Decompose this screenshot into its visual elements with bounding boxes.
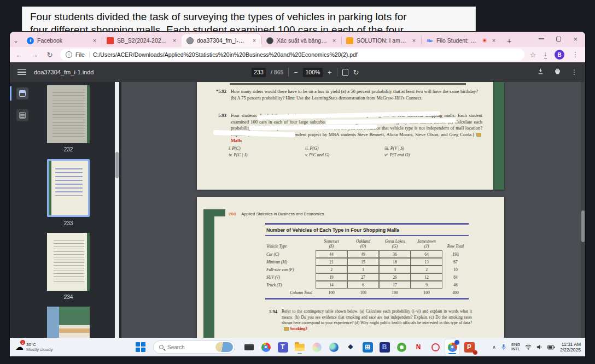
table-cell: 15 bbox=[347, 258, 379, 266]
tab-xac-suat[interactable]: Xác suất và bảng tần số × bbox=[261, 34, 341, 47]
file-scheme-chip[interactable]: File bbox=[75, 51, 90, 58]
close-icon[interactable]: × bbox=[330, 37, 338, 44]
reload-button[interactable]: ↻ bbox=[45, 50, 55, 60]
file-explorer-icon[interactable] bbox=[293, 339, 307, 355]
dataset-cd-icon bbox=[284, 327, 289, 331]
microsoft-store-icon[interactable]: ⊞ bbox=[360, 339, 375, 355]
thumbnail-label: 234 bbox=[64, 294, 73, 300]
row-total: 84 bbox=[442, 273, 469, 281]
search-highlight-image[interactable] bbox=[215, 342, 233, 352]
zoom-out-button[interactable]: − bbox=[294, 68, 298, 77]
table-cell: 12 bbox=[411, 273, 442, 281]
tab-sb-document[interactable]: SB_S2(2024-2025)DH50IS × bbox=[102, 34, 182, 47]
search-icon bbox=[159, 345, 164, 349]
close-icon[interactable]: × bbox=[410, 37, 418, 44]
rotate-icon[interactable]: ↻ bbox=[353, 68, 359, 77]
weather-condition: Mostly cloudy bbox=[26, 347, 52, 352]
close-icon[interactable]: × bbox=[171, 37, 178, 44]
pdf-print-icon[interactable] bbox=[554, 67, 561, 77]
pdf-scrollbar-thumb[interactable] bbox=[581, 210, 585, 242]
tab-solution[interactable]: SOLUTION: I am very lost × bbox=[341, 34, 421, 47]
pdf-download-icon[interactable] bbox=[537, 67, 544, 77]
weather-widget[interactable]: ☁2 30°C Mostly cloudy bbox=[15, 342, 52, 352]
pdf-more-icon[interactable]: ⋮ bbox=[571, 68, 578, 76]
windows-logo-icon bbox=[136, 342, 140, 347]
opera-icon[interactable] bbox=[428, 339, 442, 355]
zoom-level-input[interactable]: 100% bbox=[303, 68, 323, 77]
new-tab-button[interactable]: + bbox=[503, 35, 515, 47]
running-header: 208 Applied Statistics in Business and E… bbox=[229, 212, 324, 216]
thumbnail-page-234[interactable] bbox=[47, 233, 90, 291]
fit-page-icon[interactable] bbox=[342, 69, 348, 76]
powerpoint-icon[interactable]: P bbox=[462, 339, 476, 355]
language-indicator[interactable]: ENG INTL bbox=[511, 343, 520, 352]
pdf-menu-icon[interactable] bbox=[18, 69, 26, 75]
sidebar-scrollbar-thumb[interactable] bbox=[115, 152, 119, 178]
book-title: Applied Statistics in Business and Econo… bbox=[241, 212, 324, 216]
profile-avatar[interactable]: B bbox=[555, 50, 564, 60]
browser-menu-icon[interactable]: ⋮ bbox=[572, 51, 579, 58]
close-window-button[interactable]: × bbox=[573, 36, 578, 43]
minimize-button[interactable] bbox=[539, 38, 544, 39]
tab-facebook[interactable]: f Facebook × bbox=[22, 34, 102, 47]
close-icon[interactable]: × bbox=[91, 37, 98, 44]
wifi-icon[interactable] bbox=[525, 344, 532, 350]
table-cell: 3 bbox=[347, 266, 379, 273]
bluebook-app-icon[interactable]: B bbox=[377, 339, 392, 355]
thumbnail-green-bar bbox=[49, 161, 51, 215]
tray-chevron-up-icon[interactable]: ∧ bbox=[492, 344, 496, 350]
battery-icon[interactable] bbox=[547, 345, 555, 350]
facebook-favicon: f bbox=[27, 37, 34, 44]
thumbnail-page-233-selected[interactable] bbox=[47, 159, 90, 217]
start-button[interactable] bbox=[136, 342, 145, 352]
laptop-app-icon[interactable] bbox=[242, 339, 256, 355]
close-icon[interactable]: × bbox=[250, 37, 258, 44]
sidebar-scrollbar[interactable] bbox=[115, 82, 119, 338]
teams-icon[interactable]: T bbox=[276, 339, 290, 355]
taskbar-clock[interactable]: 11:31 AM 2/22/2025 bbox=[560, 342, 581, 353]
search-input[interactable] bbox=[167, 344, 211, 350]
thumbnail-page-chapter-cover[interactable] bbox=[47, 307, 90, 338]
screenshot-stage: Four students divided the task of survey… bbox=[0, 0, 595, 364]
tab-label: Filo Student: World's O bbox=[436, 37, 479, 44]
table-cell: 26 bbox=[379, 273, 411, 281]
back-button[interactable]: ← bbox=[14, 50, 24, 60]
taskbar-search[interactable] bbox=[153, 340, 235, 354]
url-omnibox[interactable]: i File C:/Users/ACER/Downloads/Applied%2… bbox=[60, 49, 524, 61]
dropbox-icon[interactable]: ❖ bbox=[343, 339, 358, 355]
toolbar-divider bbox=[288, 68, 289, 77]
book-page-number: 208 bbox=[229, 212, 236, 216]
problem-number: *5.92 bbox=[210, 89, 226, 101]
tab-pdf-active[interactable]: doa37304_fm_i-1.indd × bbox=[182, 34, 261, 47]
row-label: SUV (V) bbox=[265, 273, 316, 281]
thumbnails-view-button[interactable] bbox=[16, 87, 28, 99]
pdf-toolbar-actions: ⋮ bbox=[537, 67, 578, 77]
notification-badge: 2 bbox=[20, 340, 25, 345]
maximize-button[interactable] bbox=[556, 37, 561, 42]
downloads-icon[interactable]: ↓ bbox=[544, 51, 547, 58]
chrome-icon[interactable] bbox=[259, 339, 273, 355]
pdf-main-view[interactable]: *5.92 How many riders would there have t… bbox=[121, 82, 585, 338]
close-icon[interactable]: × bbox=[490, 37, 498, 44]
chrome-active-icon[interactable] bbox=[445, 339, 459, 355]
tab-search-button[interactable]: ⌄ bbox=[10, 34, 22, 47]
pdf-scrollbar[interactable] bbox=[581, 82, 585, 338]
outline-view-button[interactable] bbox=[16, 109, 28, 121]
tab-label: Xác suất và bảng tần số bbox=[277, 37, 327, 44]
thumbnail-label: 233 bbox=[64, 220, 73, 226]
copilot-icon[interactable] bbox=[310, 339, 324, 355]
tab-filo[interactable]: filo Filo Student: World's O × bbox=[421, 34, 501, 47]
edge-icon[interactable] bbox=[326, 339, 341, 355]
speaker-icon[interactable] bbox=[536, 344, 542, 350]
thumbnail-page-232[interactable] bbox=[47, 85, 90, 143]
weather-temp: 30°C bbox=[26, 342, 52, 347]
microphone-icon[interactable] bbox=[501, 344, 506, 350]
bookmark-star-icon[interactable]: ☆ bbox=[530, 51, 536, 59]
forward-button[interactable]: → bbox=[30, 50, 39, 60]
zoom-in-button[interactable]: + bbox=[328, 68, 332, 77]
page-number-input[interactable]: 233 bbox=[252, 68, 266, 77]
table-grid: Vehicle Type Somerset(S) Oakland(O) Grea… bbox=[265, 238, 469, 296]
netflix-icon[interactable]: N bbox=[411, 339, 425, 355]
thumbnail-column: 232 233 234 bbox=[45, 85, 92, 338]
coccoc-icon[interactable] bbox=[394, 339, 409, 355]
